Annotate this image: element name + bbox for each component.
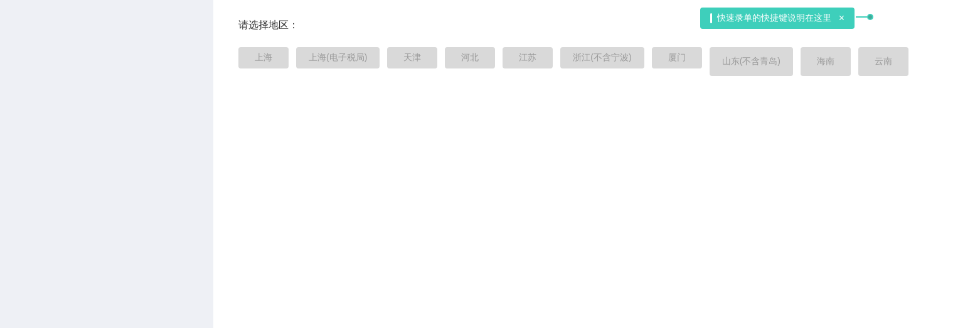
region-button-row2-1[interactable]: 海南 [801,47,851,76]
region-button-row2-2[interactable]: 云南 [858,47,908,76]
region-row-1: 上海上海(电子税局)天津河北江苏浙江(不含宁波)厦门 [238,47,702,68]
tooltip-banner[interactable]: 快速录单的快捷键说明在这里 × [700,8,855,29]
region-button-row2-0[interactable]: 山东(不含青岛) [710,47,793,76]
region-button-0[interactable]: 上海 [238,47,289,68]
region-button-1[interactable]: 上海(电子税局) [296,47,380,68]
connector-line [856,16,867,18]
region-buttons-container: 上海上海(电子税局)天津河北江苏浙江(不含宁波)厦门山东(不含青岛)海南云南 [238,47,955,76]
region-button-3[interactable]: 河北 [445,47,495,68]
region-button-6[interactable]: 厦门 [652,47,702,68]
tooltip-text: 快速录单的快捷键说明在这里 [717,13,831,24]
region-button-5[interactable]: 浙江(不含宁波) [560,47,644,68]
left-sidebar [0,0,213,328]
main-content: 请选择地区： 上海上海(电子税局)天津河北江苏浙江(不含宁波)厦门山东(不含青岛… [213,0,980,328]
tooltip-close-button[interactable]: × [839,13,844,23]
region-row-2: 山东(不含青岛)海南云南 [710,47,908,76]
region-button-4[interactable]: 江苏 [503,47,553,68]
region-button-2[interactable]: 天津 [387,47,437,68]
tooltip-bar [710,13,712,23]
dot-indicator [867,14,873,20]
